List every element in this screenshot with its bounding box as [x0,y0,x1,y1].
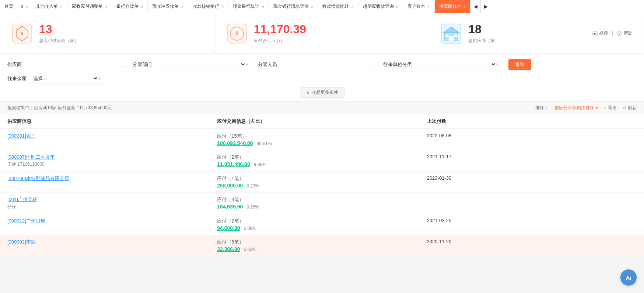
collapse-conditions-btn[interactable]: ∧ 收起更多条件 [300,87,344,98]
tx-pct-3: 0.15% [246,204,259,210]
tx-pct-2: 0.23% [246,183,259,189]
nav-tab-3-close[interactable]: × [26,4,28,9]
svg-rect-11 [454,34,458,37]
last-pay-1: 2021-11-17 [427,154,637,159]
nav-tab-receipt-verify[interactable]: 收款核销执行 × [188,0,228,13]
export-btn[interactable]: ○ 导出 [604,105,617,111]
table-row: [000002]李四 应付（5笔） 32,366.00 0.03% 2020-1… [0,235,644,256]
nav-tab-bank-deposit-close[interactable]: × [141,4,143,9]
supplier-link-0[interactable]: [000001]张三 [7,133,217,139]
nav-tab-receipt-stat-label: 收款情况统计 [322,3,349,10]
nav-tab-receipt-stat-close[interactable]: × [351,4,353,9]
supplier-sub-3: 仔仔 [7,204,217,210]
nav-tab-customer-ledger[interactable]: 客户账本 × [403,0,434,13]
filter-balance: 往来余额 选择... ▾ [7,74,103,83]
nav-tab-other-income-close[interactable]: × [60,4,62,9]
tx-label-4: 应付（2笔） [217,218,427,224]
nav-next-arrow[interactable]: ▶ [481,0,491,13]
stat-icon-2: ¥ [226,23,248,45]
result-summary: 搜索结果中，供应商13家 应付金额 111,703,854.00元 [7,105,112,111]
tx-amount-4[interactable]: 94,600.00 [217,225,240,231]
sort-link[interactable]: 按应付余额倒序排序 ▾ [554,105,598,111]
stat-help-area: ▶ 视频 ? 帮助 [592,30,633,37]
balance-select-wrapper: 选择... ▾ [29,74,103,83]
nav-tab-cash-bank-query-close[interactable]: × [311,4,313,9]
unit-type-select[interactable] [417,61,496,68]
nav-tab-other-income[interactable]: 其他收入单 × [31,0,67,13]
nav-tab-receipt-stat[interactable]: 收款情况统计 × [318,0,358,13]
help-link[interactable]: ? 帮助 [617,30,633,37]
supplier-input[interactable] [25,60,118,69]
tx-info-0: 应付（15笔） 100,092,540.00 89.61% [217,133,427,146]
nav-tab-bank-deposit[interactable]: 银行存款单 × [112,0,148,13]
tx-amount-3[interactable]: 164,635.90 [217,204,243,210]
nav-tab-ar-ap-adjust[interactable]: 应收应付调整单 × [67,0,112,13]
tx-amount-1[interactable]: 11,051,486.00 [217,161,250,167]
tx-amount-0[interactable]: 100,092,540.00 [217,140,253,146]
video-circle-icon: ▶ [592,31,598,36]
filter-area: 供应商 ... 分管部门 ▾ 分管人员 ... 往来单位分类 ▾ 查询 [0,54,644,102]
nav-tab-prepay-ar-close[interactable]: × [181,4,183,9]
supplier-link-1[interactable]: [000007]恒旺二手叉车 [7,154,217,161]
person-input[interactable] [280,60,368,69]
table-row: [000100]本特勤油品有限公司 应付（1笔） 258,000.00 0.23… [0,172,644,193]
dept-select[interactable] [157,61,246,68]
unit-type-chevron-icon: ▾ [496,62,499,67]
nav-tab-overdue-ar-close[interactable]: × [396,4,398,9]
svg-text:¥: ¥ [21,31,24,37]
video-label: 视频 [599,30,608,37]
nav-tab-receipt-verify-label: 收款核销执行 [193,3,219,10]
nav-tab-cash-bank-stat-close[interactable]: × [262,4,264,9]
supplier-info-1: [000007]恒旺二手叉车 王通 17106110000 [7,154,217,168]
nav-tab-3[interactable]: 3 × [18,0,31,13]
refresh-btn[interactable]: ↺ 刷新 [623,105,637,111]
col-header-lastpay: 上次付数 [427,118,637,125]
nav-tab-home[interactable]: 首页 [0,0,18,13]
balance-filter-label: 往来余额 [7,75,27,82]
nav-tab-ar-ap-adjust-close[interactable]: × [105,4,107,9]
nav-tab-receipt-verify-close[interactable]: × [221,4,224,9]
dept-select-wrapper: ▾ [155,60,251,69]
balance-chevron-icon: ▾ [98,76,101,81]
help-label: 帮助 [624,30,633,37]
tx-amount-2[interactable]: 258,000.00 [217,183,243,189]
supplier-link-4[interactable]: [000012]广州贝瑞 [7,218,217,224]
help-divider [612,31,613,36]
stat-label-2: 应付合计（万） [254,38,306,44]
tx-pct-1: 9.89% [254,162,266,167]
nav-tab-cash-bank-query[interactable]: 现金银行流水查询 × [269,0,318,13]
person-dots-btn[interactable]: ... [371,61,376,68]
supplier-dots-btn[interactable]: ... [120,61,125,68]
nav-tab-prepay-ar[interactable]: 预收冲应收单 × [148,0,188,13]
table-row: [000007]恒旺二手叉车 王通 17106110000 应付（2笔） 11,… [0,150,644,172]
stat-total-payable-amount: ¥ 11,170.39 应付合计（万） [215,13,430,54]
nav-tab-supplier-ledger-close[interactable]: × [463,4,466,9]
nav-prev-arrow[interactable]: ◀ [470,0,481,13]
result-bar: 搜索结果中，供应商13家 应付金额 111,703,854.00元 排序： 按应… [0,102,644,114]
nav-tab-customer-ledger-close[interactable]: × [427,4,430,9]
nav-tab-supplier-ledger[interactable]: 供应商账本 × [435,0,470,13]
nav-tab-prepay-ar-label: 预收冲应收单 [152,3,179,10]
table-row: [000001]张三 应付（15笔） 100,092,540.00 89.61%… [0,129,644,150]
supplier-link-3[interactable]: [001]广州荣轩 [7,196,217,203]
sort-prefix: 排序： [535,105,549,111]
nav-tab-cash-bank-stat[interactable]: 现金银行统计 × [228,0,269,13]
search-button[interactable]: 查询 [508,59,531,70]
supplier-link-2[interactable]: [000100]本特勤油品有限公司 [7,175,217,182]
stat-content-1: 13 总应付供应商（家） [39,23,79,44]
supplier-info-0: [000001]张三 [7,133,217,140]
tx-info-1: 应付（2笔） 11,051,486.00 9.89% [217,154,427,167]
filter-unit-type: 往来单位分类 ▾ [383,60,501,69]
nav-tab-overdue-ar[interactable]: 超期应收款查询 × [358,0,403,13]
nav-tab-bank-deposit-label: 银行存款单 [116,3,139,10]
tx-amount-5[interactable]: 32,366.00 [217,246,240,252]
stat-total-payable-suppliers: ¥ 13 总应付供应商（家） [0,13,215,54]
supplier-link-5[interactable]: [000002]李四 [7,239,217,245]
stat-label-1: 总应付供应商（家） [39,38,79,44]
collapse-icon: ∧ [306,90,309,95]
table-area: 供应商信息 应付交易信息（占比） 上次付数 [000001]张三 应付（15笔）… [0,114,644,256]
tx-label-0: 应付（15笔） [217,133,427,139]
balance-select[interactable]: 选择... [32,75,98,82]
video-link[interactable]: ▶ 视频 [592,30,608,37]
supplier-sub-1: 王通 17106110000 [7,161,217,168]
